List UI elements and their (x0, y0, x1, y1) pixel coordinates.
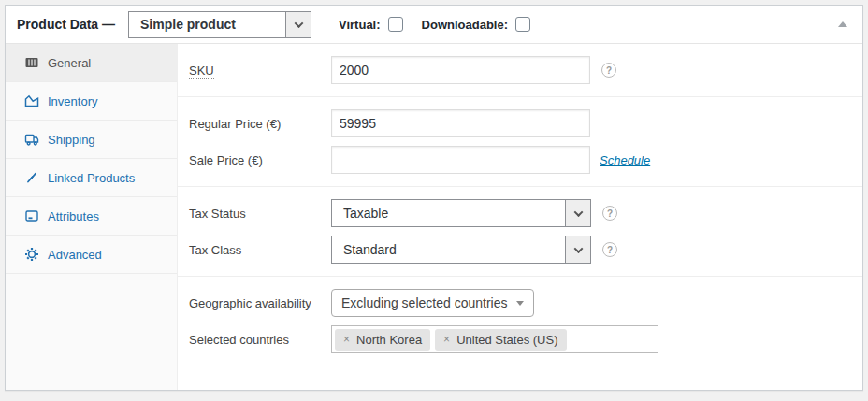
tax-status-select[interactable]: Taxable (331, 199, 591, 227)
tab-shipping[interactable]: Shipping (6, 121, 177, 159)
country-tag-label: United States (US) (456, 333, 557, 347)
selected-countries-input[interactable]: × North Korea × United States (US) (331, 325, 658, 353)
tab-label: Attributes (48, 209, 99, 223)
gear-icon (24, 247, 39, 262)
sku-input[interactable] (331, 56, 590, 84)
general-tab-panel: SKU ? Regular Price (€) Sale Price (€) S… (178, 44, 862, 390)
tax-class-row: Tax Class Standard ? (178, 236, 862, 264)
metabox-body: General Inventory Shipping (6, 44, 862, 390)
chevron-down-icon (294, 19, 303, 28)
product-data-metabox: Product Data — Simple product Virtual: D… (5, 5, 863, 391)
regular-price-input[interactable] (331, 109, 590, 137)
help-icon[interactable]: ? (601, 63, 616, 78)
geo-availability-row: Geographic availability Excluding select… (178, 289, 862, 317)
tab-linked-products[interactable]: Linked Products (6, 159, 177, 197)
tax-class-value: Standard (332, 236, 565, 263)
remove-tag-icon[interactable]: × (443, 333, 450, 346)
select-arrow-button (285, 12, 311, 37)
product-type-value: Simple product (129, 12, 285, 37)
schedule-link[interactable]: Schedule (600, 153, 650, 167)
tax-status-value: Taxable (332, 200, 565, 226)
tab-label: Advanced (48, 248, 102, 262)
tax-class-select[interactable]: Standard (331, 236, 591, 264)
geo-availability-label: Geographic availability (189, 296, 331, 310)
chevron-down-icon (573, 244, 583, 253)
chevron-down-icon (573, 208, 583, 217)
tab-label: Linked Products (48, 171, 135, 185)
tab-inventory[interactable]: Inventory (6, 82, 177, 121)
card-icon (24, 55, 39, 70)
tab-advanced[interactable]: Advanced (6, 236, 177, 274)
tab-general[interactable]: General (6, 44, 177, 82)
geo-availability-value: Excluding selected countries (341, 295, 507, 310)
sale-price-row: Sale Price (€) Schedule (178, 146, 862, 174)
tab-label: Shipping (48, 133, 95, 147)
geo-availability-select[interactable]: Excluding selected countries (331, 289, 534, 317)
truck-icon (24, 132, 39, 147)
regular-price-label: Regular Price (€) (189, 117, 331, 131)
virtual-label: Virtual: (339, 18, 381, 32)
link-icon (24, 170, 39, 185)
panel-title: Product Data — (17, 17, 115, 32)
virtual-checkbox[interactable] (388, 17, 403, 32)
selected-countries-row: Selected countries × North Korea × Unite… (178, 325, 862, 353)
select-arrow-button (565, 200, 590, 226)
sku-label: SKU (189, 64, 331, 78)
caret-down-icon (516, 301, 524, 306)
remove-tag-icon[interactable]: × (343, 333, 350, 346)
downloadable-label: Downloadable: (422, 18, 508, 32)
tax-options-group: Tax Status Taxable ? Tax Class Standard … (178, 187, 862, 277)
header-divider (325, 13, 326, 36)
tax-class-label: Tax Class (189, 243, 331, 257)
help-icon[interactable]: ? (602, 242, 617, 257)
regular-price-row: Regular Price (€) (178, 109, 862, 137)
sku-options-group: SKU ? (178, 44, 862, 97)
geo-options-group: Geographic availability Excluding select… (178, 277, 862, 365)
country-tag: × North Korea (335, 329, 430, 351)
screen: { "header": { "title": "Product Data —",… (0, 0, 868, 401)
tax-status-row: Tax Status Taxable ? (178, 199, 862, 227)
selected-countries-label: Selected countries (189, 333, 331, 347)
product-data-tabs: General Inventory Shipping (6, 44, 178, 390)
select-arrow-button (565, 236, 590, 263)
product-type-select[interactable]: Simple product (128, 11, 311, 38)
collapse-panel-arrow-icon[interactable] (838, 21, 847, 27)
help-icon[interactable]: ? (602, 206, 617, 221)
tab-label: Inventory (48, 94, 97, 108)
tax-status-label: Tax Status (189, 207, 331, 221)
area-chart-icon (24, 93, 39, 108)
tab-attributes[interactable]: Attributes (6, 197, 177, 236)
sale-price-label: Sale Price (€) (189, 153, 331, 167)
downloadable-checkbox[interactable] (515, 17, 530, 32)
country-tag-label: North Korea (356, 333, 422, 347)
tab-label: General (48, 56, 91, 70)
metabox-header: Product Data — Simple product Virtual: D… (6, 6, 862, 44)
sku-row: SKU ? (178, 56, 862, 84)
pricing-options-group: Regular Price (€) Sale Price (€) Schedul… (178, 97, 862, 187)
country-tag: × United States (US) (435, 329, 566, 351)
list-box-icon (24, 208, 39, 223)
sale-price-input[interactable] (331, 146, 590, 174)
